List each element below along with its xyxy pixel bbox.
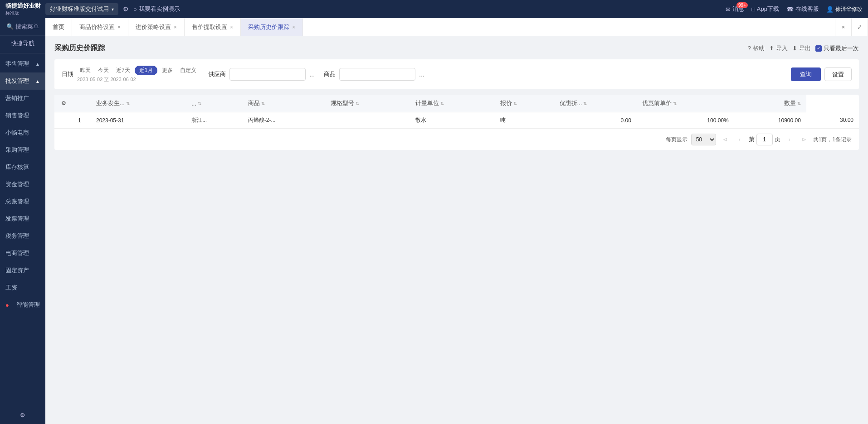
sidebar-item-finance[interactable]: 资金管理 — [0, 176, 45, 193]
sort-icon-quote: ⇅ — [513, 101, 517, 106]
sidebar-item-fixed-assets[interactable]: 固定资产 — [0, 262, 45, 279]
supplier-label: 供应商 — [208, 70, 226, 78]
sidebar-item-retail[interactable]: 零售管理 ▲ — [0, 55, 45, 72]
th-quote[interactable]: 报价 ⇅ — [495, 95, 554, 112]
th-seq — [73, 95, 91, 112]
sort-icon-unit: ⇅ — [440, 101, 444, 106]
filter-actions: 查询 设置 — [791, 67, 852, 81]
tab-purchase-history[interactable]: 采购历史价跟踪 × — [241, 18, 303, 36]
download-icon: □ — [751, 6, 755, 13]
sidebar-item-marketing[interactable]: 营销推广 — [0, 90, 45, 107]
sidebar-item-general-ledger[interactable]: 总账管理 — [0, 193, 45, 210]
tab-home[interactable]: 首页 — [45, 18, 72, 36]
cell-goods: 丙烯酸-2-... — [243, 112, 325, 129]
sort-icon-discount: ⇅ — [583, 101, 587, 106]
page-title: 采购历史价跟踪 — [54, 43, 105, 53]
sidebar-item-tax[interactable]: 税务管理 — [0, 227, 45, 245]
sidebar-item-purchase[interactable]: 采购管理 — [0, 141, 45, 159]
th-discount[interactable]: 优惠折... ⇅ — [554, 95, 637, 112]
date-opt-last1m[interactable]: 近1月 — [135, 66, 158, 75]
per-page-select[interactable]: 20 50 100 — [691, 134, 716, 145]
sidebar-search[interactable]: 🔍 搜索菜单 — [0, 18, 45, 36]
sidebar-item-small-ecommerce[interactable]: 小畅电商 — [0, 124, 45, 141]
online-service-button[interactable]: ☎ 在线客服 — [786, 5, 819, 13]
sort-icon-goods: ⇅ — [261, 101, 265, 106]
sidebar-item-payroll[interactable]: 工资 — [0, 279, 45, 296]
app-download-button[interactable]: □ App下载 — [751, 5, 779, 13]
user-profile[interactable]: 👤 徐泽华修改 — [826, 5, 863, 13]
sidebar-item-invoice[interactable]: 发票管理 — [0, 210, 45, 227]
sidebar-item-ecommerce[interactable]: 电商管理 — [0, 245, 45, 262]
th-more[interactable]: ... ⇅ — [186, 95, 243, 112]
headset-icon: ☎ — [786, 6, 794, 13]
tab-price[interactable]: 商品价格设置 × — [72, 18, 128, 36]
tab-price-close[interactable]: × — [117, 24, 121, 30]
sidebar-gear-button[interactable]: ⚙ — [0, 406, 45, 424]
cell-pre-discount: 10900.00 — [734, 112, 806, 129]
messages-button[interactable]: ✉ 消息 99+ — [726, 5, 744, 13]
last-page-button[interactable]: ⊳ — [799, 134, 809, 145]
version-selector[interactable]: 好业财标准版交付试用 ▾ — [45, 3, 118, 15]
demo-link[interactable]: ○ 我要看实例演示 — [133, 5, 180, 13]
tab-expand-button[interactable]: ⤢ — [852, 18, 868, 36]
gear-icon[interactable]: ⚙ — [123, 5, 129, 13]
only-last-checkbox[interactable]: 只看最后一次 — [815, 44, 859, 53]
th-unit[interactable]: 计量单位 ⇅ — [410, 95, 495, 112]
filter-card: 日期 昨天 今天 近7天 近1月 更多 自定义 2023-05-02 至 202… — [54, 59, 859, 89]
tab-purchase-history-close[interactable]: × — [292, 24, 295, 30]
tab-purchase-strategy[interactable]: 进价策略设置 × — [128, 18, 185, 36]
chevron-icon: ▲ — [35, 62, 40, 67]
date-opt-today[interactable]: 今天 — [95, 66, 112, 75]
pagination-info: 共1页，1条记录 — [813, 136, 852, 144]
tab-purchase-strategy-close[interactable]: × — [174, 24, 177, 30]
page-input[interactable] — [756, 134, 773, 145]
supplier-input[interactable] — [229, 68, 306, 81]
dot-icon: ● — [5, 302, 9, 308]
logo-line2: 标准版 — [5, 10, 41, 16]
th-pre-discount[interactable]: 优惠前单价 ⇅ — [637, 95, 734, 112]
only-last-label: 只看最后一次 — [824, 44, 859, 53]
messages-badge: 99+ — [736, 2, 748, 8]
sidebar-item-wholesale[interactable]: 批发管理 ▲ — [0, 72, 45, 90]
demo-icon: ○ — [133, 6, 137, 13]
date-opt-last7[interactable]: 近7天 — [113, 66, 133, 75]
export-button[interactable]: ⬇ 导出 — [792, 44, 811, 53]
tab-close-button[interactable]: × — [835, 18, 852, 36]
th-spec[interactable]: 规格型号 ⇅ — [325, 95, 410, 112]
import-button[interactable]: ⬆ 导入 — [769, 44, 788, 53]
page-number: 第 页 — [749, 134, 780, 145]
demo-label: 我要看实例演示 — [139, 5, 180, 13]
prev-page-button[interactable]: ‹ — [734, 134, 745, 145]
help-icon: ? — [748, 45, 751, 52]
goods-label: 商品 — [324, 70, 336, 78]
date-opt-more[interactable]: 更多 — [159, 66, 176, 75]
cell-spec — [325, 112, 410, 129]
version-label: 好业财标准版交付试用 — [50, 5, 109, 13]
th-gear[interactable]: ⚙ — [54, 95, 73, 112]
goods-dots[interactable]: ... — [419, 71, 424, 78]
first-page-button[interactable]: ⊲ — [720, 134, 731, 145]
date-opt-custom[interactable]: 自定义 — [177, 66, 199, 75]
next-page-button[interactable]: › — [784, 134, 795, 145]
th-date[interactable]: 业务发生... ⇅ — [91, 95, 186, 112]
th-qty[interactable]: 数量 ⇅ — [734, 95, 806, 112]
online-service-label: 在线客服 — [795, 5, 819, 13]
sidebar-item-smart[interactable]: ● 智能管理 — [0, 296, 45, 313]
th-goods[interactable]: 商品 ⇅ — [243, 95, 325, 112]
sidebar-item-inventory[interactable]: 库存核算 — [0, 159, 45, 176]
sidebar-item-fixed-assets-label: 固定资产 — [5, 266, 29, 275]
pagination: 每页显示 20 50 100 ⊲ ‹ 第 页 › ⊳ 共1页，1条 — [54, 129, 859, 150]
sidebar-quick-nav[interactable]: 快捷导航 — [0, 36, 45, 51]
sidebar-item-sales[interactable]: 销售管理 — [0, 107, 45, 124]
settings-button[interactable]: 设置 — [824, 67, 852, 81]
topbar: 畅捷通好业财 标准版 好业财标准版交付试用 ▾ ⚙ ○ 我要看实例演示 ✉ 消息… — [0, 0, 868, 18]
goods-input[interactable] — [339, 68, 415, 81]
help-button[interactable]: ? 帮助 — [748, 44, 765, 53]
supplier-dots[interactable]: ... — [309, 71, 315, 78]
tab-sale-extract[interactable]: 售价提取设置 × — [185, 18, 241, 36]
page-header: 采购历史价跟踪 ? 帮助 ⬆ 导入 ⬇ 导出 — [54, 43, 859, 53]
query-button[interactable]: 查询 — [791, 67, 821, 81]
username-label: 徐泽华修改 — [835, 5, 863, 13]
tab-sale-extract-close[interactable]: × — [230, 24, 233, 30]
date-opt-yesterday[interactable]: 昨天 — [77, 66, 93, 75]
